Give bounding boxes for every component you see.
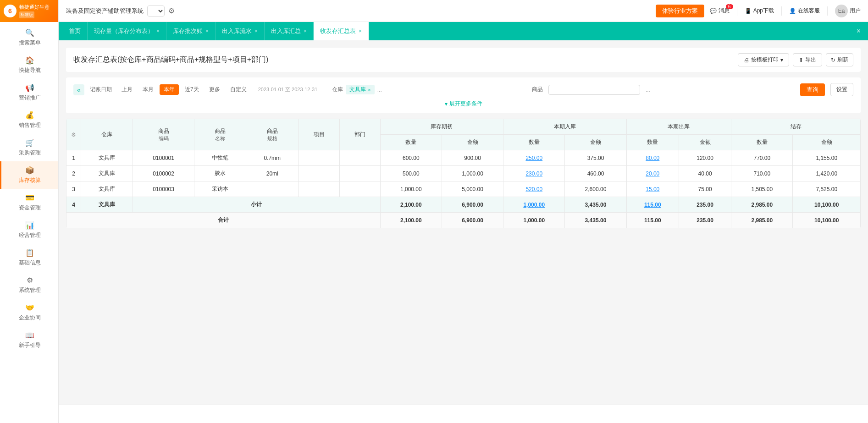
warehouse-tag: 文具库 × bbox=[346, 85, 374, 94]
user-button[interactable]: Ea 用户 bbox=[835, 5, 861, 17]
subtotal-opening-qty: 2,100.00 bbox=[380, 197, 442, 213]
filter-warehouse: 仓库 文具库 × ... bbox=[332, 85, 381, 94]
filter-date-last-month[interactable]: 上月 bbox=[117, 84, 137, 95]
sidebar-item-system[interactable]: ⚙ 系统管理 bbox=[0, 271, 58, 299]
purchase-icon: 🛒 bbox=[25, 138, 34, 147]
warehouse-filter-label: 仓库 bbox=[332, 86, 343, 93]
table-settings-icon[interactable]: ⚙ bbox=[71, 132, 76, 138]
sidebar-item-search[interactable]: 🔍 搜索菜单 bbox=[0, 24, 58, 51]
row-out-qty[interactable]: 20.00 bbox=[626, 166, 679, 181]
row-in-qty[interactable]: 520.00 bbox=[503, 181, 565, 197]
subtotal-out-amt: 235.00 bbox=[679, 197, 731, 213]
subtotal-in-qty: 1,000.00 bbox=[503, 197, 565, 213]
goods-more[interactable]: ... bbox=[646, 87, 650, 93]
sidebar-item-finance[interactable]: 💳 资金管理 bbox=[0, 189, 58, 216]
total-in-qty: 1,000.00 bbox=[503, 213, 565, 228]
row-out-qty[interactable]: 80.00 bbox=[626, 150, 679, 166]
tab-home[interactable]: 首页 bbox=[62, 22, 88, 40]
tab-batch-close[interactable]: × bbox=[205, 28, 209, 34]
table-settings-header[interactable]: ⚙ bbox=[66, 119, 81, 150]
expand-more-conditions[interactable]: ▾ 展开更多条件 bbox=[445, 100, 482, 108]
sidebar: 6 畅捷通好生意 标准版 🔍 搜索菜单 🏠 快捷导航 📢 营销推广 💰 销售管理… bbox=[0, 0, 59, 423]
row-out-qty[interactable]: 15.00 bbox=[626, 181, 679, 197]
row-spec bbox=[246, 181, 299, 197]
filter-date-this-year[interactable]: 本年 bbox=[160, 84, 179, 95]
row-balance-amt: 7,525.00 bbox=[793, 181, 861, 197]
print-button[interactable]: 🖨 按模板打印 ▾ bbox=[738, 53, 789, 66]
tab-batch[interactable]: 库存批次账 × bbox=[166, 22, 216, 40]
tab-inout[interactable]: 出入库流水 × bbox=[216, 22, 265, 40]
row-balance-qty: 710.00 bbox=[731, 166, 793, 181]
subtotal-warehouse: 文具库 bbox=[81, 197, 133, 213]
query-button[interactable]: 查询 bbox=[800, 83, 825, 96]
row-opening-qty: 1,000.00 bbox=[380, 181, 442, 197]
warehouse-tag-close[interactable]: × bbox=[368, 87, 370, 93]
row-out-amt: 40.00 bbox=[679, 166, 731, 181]
filter-date-this-month[interactable]: 本月 bbox=[138, 84, 158, 95]
th-balance-amt: 金额 bbox=[793, 135, 861, 150]
page-actions: 🖨 按模板打印 ▾ ⬆ 导出 ↻ 刷新 bbox=[738, 53, 853, 66]
tab-stock-close[interactable]: × bbox=[156, 28, 160, 34]
phone-icon: 📱 bbox=[745, 8, 752, 14]
sidebar-item-collab[interactable]: 🤝 企业协同 bbox=[0, 299, 58, 326]
sidebar-item-inventory[interactable]: 📦 库存核算 bbox=[0, 161, 58, 189]
export-button[interactable]: ⬆ 导出 bbox=[793, 53, 822, 66]
gear-icon[interactable]: ⚙ bbox=[168, 6, 175, 15]
message-badge: 6 bbox=[726, 4, 733, 9]
row-code: 0100001 bbox=[133, 150, 194, 166]
warehouse-more[interactable]: ... bbox=[377, 87, 382, 93]
sidebar-item-quick[interactable]: 🏠 快捷导航 bbox=[0, 51, 58, 79]
page-bottom-bar bbox=[59, 405, 868, 423]
filter-date-7days[interactable]: 近7天 bbox=[181, 84, 203, 95]
th-in-qty: 数量 bbox=[503, 135, 565, 150]
main-content: 装备及固定资产辅助管理系统 ⚙ 体验行业方案 💬 消息 6 📱 App下载 👤 … bbox=[59, 0, 868, 423]
experience-button[interactable]: 体验行业方案 bbox=[656, 5, 704, 17]
filter-date-more[interactable]: 更多 bbox=[205, 84, 224, 95]
tab-summary[interactable]: 出入库汇总 × bbox=[265, 22, 314, 40]
search-icon: 🔍 bbox=[25, 28, 34, 37]
row-balance-qty: 1,505.00 bbox=[731, 181, 793, 197]
service-icon: 👤 bbox=[789, 8, 796, 14]
online-service-label: 在线客服 bbox=[798, 7, 820, 15]
tab-receivesend[interactable]: 收发存汇总表 × bbox=[314, 22, 369, 40]
sidebar-item-operation[interactable]: 📊 经营管理 bbox=[0, 216, 58, 244]
table-row: 3 文具库 0100003 采访本 1,000.00 5,000.00 520.… bbox=[66, 181, 861, 197]
row-in-amt: 375.00 bbox=[565, 150, 626, 166]
goods-filter-input[interactable] bbox=[548, 85, 640, 95]
topbar-system: 装备及固定资产辅助管理系统 ⚙ bbox=[66, 5, 650, 16]
filter-expand-row: ▾ 展开更多条件 bbox=[73, 100, 853, 108]
row-in-qty[interactable]: 250.00 bbox=[503, 150, 565, 166]
row-balance-qty: 770.00 bbox=[731, 150, 793, 166]
data-table-container: ⚙ 仓库 商品编码 商品名称 商品规格 项目 部门 库存期初 本期入库 本期出库… bbox=[66, 119, 861, 228]
tab-receivesend-close[interactable]: × bbox=[359, 28, 362, 34]
sidebar-item-guide[interactable]: 📖 新手引导 bbox=[0, 326, 58, 354]
filter-collapse-button[interactable]: « bbox=[73, 84, 84, 95]
tab-stock[interactable]: 现存量（库存分布表） × bbox=[88, 22, 166, 40]
app-download-button[interactable]: 📱 App下载 bbox=[745, 7, 774, 15]
settings-button[interactable]: 设置 bbox=[830, 83, 853, 96]
tab-summary-close[interactable]: × bbox=[304, 28, 307, 34]
sidebar-item-sales[interactable]: 💰 销售管理 bbox=[0, 106, 58, 134]
close-all-button[interactable]: × bbox=[853, 27, 864, 35]
row-project bbox=[299, 166, 339, 181]
row-name: 采访本 bbox=[194, 181, 246, 197]
sidebar-item-purchase[interactable]: 🛒 采购管理 bbox=[0, 134, 58, 161]
tab-inout-close[interactable]: × bbox=[254, 28, 258, 34]
sidebar-item-label: 系统管理 bbox=[19, 286, 41, 294]
sidebar-item-marketing[interactable]: 📢 营销推广 bbox=[0, 79, 58, 106]
sidebar-header: 6 畅捷通好生意 标准版 bbox=[0, 0, 58, 22]
th-opening: 库存期初 bbox=[380, 119, 503, 135]
th-balance-qty: 数量 bbox=[731, 135, 793, 150]
filter-date-custom[interactable]: 自定义 bbox=[226, 84, 251, 95]
message-button[interactable]: 💬 消息 6 bbox=[710, 7, 730, 15]
row-in-qty[interactable]: 230.00 bbox=[503, 166, 565, 181]
refresh-button[interactable]: ↻ 刷新 bbox=[826, 53, 853, 66]
page-title: 收发存汇总表(按仓库+商品编码+商品+规格型号+项目+部门) bbox=[73, 55, 268, 65]
th-opening-amt: 金额 bbox=[442, 135, 503, 150]
tab-batch-label: 库存批次账 bbox=[173, 27, 203, 35]
th-in-amt: 金额 bbox=[565, 135, 626, 150]
system-select[interactable] bbox=[147, 5, 165, 16]
online-service-button[interactable]: 👤 在线客服 bbox=[789, 7, 820, 15]
row-in-amt: 2,600.00 bbox=[565, 181, 626, 197]
sidebar-item-basic[interactable]: 📋 基础信息 bbox=[0, 244, 58, 271]
